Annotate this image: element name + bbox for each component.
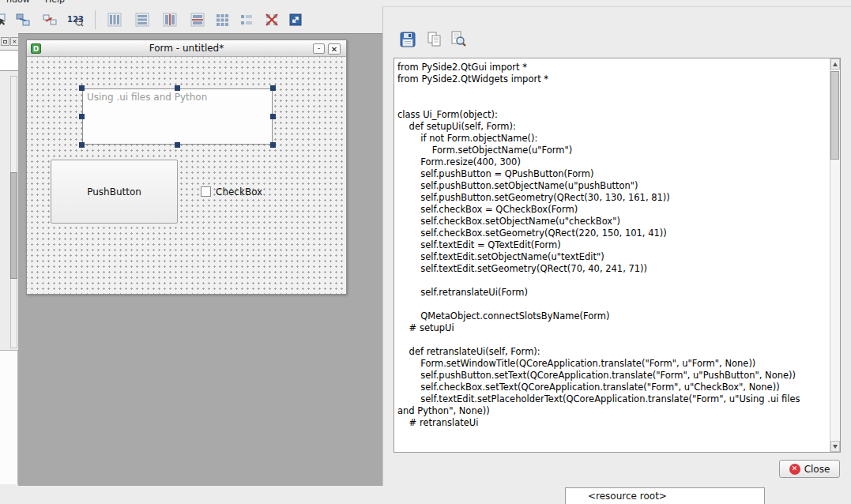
qt-designer-window: ndow Help 123 bbox=[0, 0, 851, 504]
selection-handle[interactable] bbox=[270, 114, 276, 119]
checkbox-widget[interactable]: CheckBox bbox=[201, 175, 281, 208]
form-window-titlebar[interactable]: D Form - untitled* - ✕ bbox=[27, 40, 346, 57]
code-preview-dialog: from PySide2.QtGui import * from PySide2… bbox=[382, 6, 851, 486]
selection-handle[interactable] bbox=[79, 85, 85, 91]
edit-widgets-icon[interactable] bbox=[0, 9, 10, 30]
main-toolbar: 123 bbox=[0, 6, 382, 34]
left-dock-panel bbox=[0, 350, 18, 484]
close-button-label: Close bbox=[804, 464, 830, 475]
layout-vertical-splitter-icon[interactable] bbox=[187, 9, 208, 30]
resource-browser: <resource root> bbox=[565, 487, 765, 504]
copy-icon[interactable] bbox=[424, 29, 445, 50]
dock-float-button[interactable] bbox=[1, 37, 9, 46]
break-layout-icon[interactable] bbox=[262, 9, 282, 30]
selection-handle[interactable] bbox=[175, 142, 180, 148]
arrow-up-icon bbox=[833, 62, 838, 66]
menu-item-window[interactable]: ndow bbox=[6, 0, 30, 5]
widgetbox-filter-input[interactable] bbox=[0, 50, 19, 71]
scroll-down-button[interactable] bbox=[830, 441, 840, 452]
menubar: ndow Help bbox=[0, 0, 382, 6]
arrow-down-icon bbox=[833, 445, 838, 449]
code-view[interactable]: from PySide2.QtGui import * from PySide2… bbox=[393, 58, 841, 453]
textedit-placeholder: Using .ui files and Python bbox=[87, 92, 207, 103]
adjust-size-icon[interactable] bbox=[285, 9, 306, 30]
generated-python-code[interactable]: from PySide2.QtGui import * from PySide2… bbox=[394, 58, 828, 429]
selection-handle[interactable] bbox=[79, 142, 85, 148]
selection-handle[interactable] bbox=[270, 142, 276, 148]
resource-root-item[interactable]: <resource root> bbox=[588, 491, 667, 502]
edit-tab-order-icon[interactable]: 123 bbox=[65, 9, 85, 30]
form-canvas[interactable]: Using .ui files and Python PushButton Ch… bbox=[27, 57, 346, 294]
edit-buddies-icon[interactable] bbox=[40, 9, 60, 30]
close-icon: ✕ bbox=[13, 39, 17, 45]
close-button[interactable]: ✕ bbox=[328, 43, 341, 55]
save-icon[interactable] bbox=[397, 29, 418, 50]
layout-grid-icon[interactable] bbox=[212, 9, 232, 30]
edit-signals-slots-icon[interactable] bbox=[13, 9, 33, 30]
selection-handle[interactable] bbox=[270, 85, 276, 91]
toolbar-separator bbox=[95, 10, 96, 29]
form-window-title: Form - untitled* bbox=[27, 43, 346, 54]
scroll-up-button[interactable] bbox=[830, 58, 840, 70]
minimize-button[interactable]: - bbox=[313, 43, 325, 54]
find-icon[interactable] bbox=[448, 29, 469, 50]
layout-vertically-icon[interactable] bbox=[132, 9, 153, 30]
selection-handle[interactable] bbox=[79, 114, 85, 119]
layout-horizontal-splitter-icon[interactable] bbox=[160, 9, 180, 30]
textedit-widget[interactable]: Using .ui files and Python bbox=[82, 88, 273, 145]
form-editor-window[interactable]: D Form - untitled* - ✕ Using .ui files a… bbox=[26, 39, 347, 295]
scrollbar-thumb[interactable] bbox=[830, 71, 839, 160]
pushbutton-widget[interactable]: PushButton bbox=[51, 160, 178, 224]
checkbox-box[interactable] bbox=[201, 186, 211, 197]
close-circle-icon: ✕ bbox=[789, 464, 800, 475]
left-scrollbar-thumb[interactable] bbox=[10, 172, 17, 279]
selection-handle[interactable] bbox=[175, 85, 180, 91]
layout-horizontally-icon[interactable] bbox=[104, 9, 125, 30]
layout-form-icon[interactable] bbox=[236, 9, 257, 30]
menu-item-help[interactable]: Help bbox=[45, 0, 65, 5]
close-dialog-button[interactable]: ✕ Close bbox=[779, 460, 840, 478]
float-icon bbox=[3, 40, 7, 43]
code-scrollbar[interactable] bbox=[830, 58, 840, 452]
checkbox-label: CheckBox bbox=[216, 186, 262, 197]
